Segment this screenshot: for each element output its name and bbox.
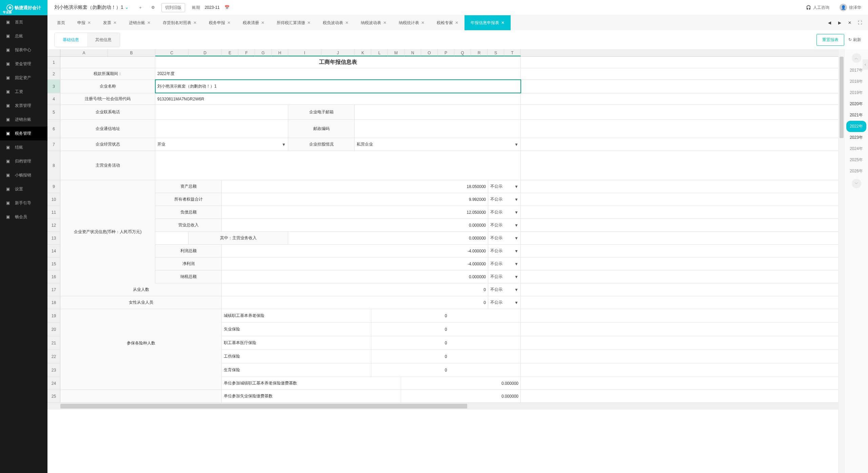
nav-item-7[interactable]: ▣进销台账 [0, 113, 47, 127]
select-holding[interactable]: 私营企业▼ [355, 138, 521, 151]
row-header-4[interactable]: 4 [47, 93, 60, 105]
value-ins-21[interactable]: 0 [371, 336, 521, 349]
col-header-S[interactable]: S [488, 49, 504, 56]
value-fin-12[interactable]: 0.000000 [222, 219, 488, 231]
value-ins-20[interactable]: 0 [371, 323, 521, 336]
period-value[interactable]: 2023-11 [205, 5, 220, 10]
value-tax-period[interactable]: 2022年度 [155, 68, 521, 79]
value-ins-23[interactable]: 0 [371, 363, 521, 377]
value-ins-19[interactable]: 0 [371, 309, 521, 322]
input-email[interactable] [355, 105, 521, 119]
col-header-J[interactable]: J [321, 49, 355, 56]
subtab-other[interactable]: 其他信息 [87, 33, 120, 47]
subtab-basic[interactable]: 基础信息 [55, 33, 87, 47]
calendar-icon[interactable]: 📅 [224, 5, 230, 10]
col-header-I[interactable]: I [288, 49, 321, 56]
tab-9[interactable]: 纳税波动表✕ [355, 15, 393, 30]
tab-3[interactable]: 进销台账✕ [123, 15, 157, 30]
refresh-button[interactable]: ↻ 刷新 [848, 37, 861, 43]
year-item[interactable]: 2018年 [846, 76, 866, 87]
year-item[interactable]: 2024年 [846, 143, 866, 154]
col-header-F[interactable]: F [238, 49, 255, 56]
row-header-19[interactable]: 19 [47, 309, 60, 322]
select-all-corner[interactable] [47, 49, 60, 56]
col-header-A[interactable]: A [60, 49, 108, 56]
reset-report-button[interactable]: 重置报表 [816, 34, 844, 46]
col-header-E[interactable]: E [222, 49, 238, 56]
select-visibility-12[interactable]: 不公示▼ [488, 219, 521, 231]
nav-item-5[interactable]: ▣工资 [0, 85, 47, 99]
col-header-P[interactable]: P [438, 49, 454, 56]
select-visibility-9[interactable]: 不公示▼ [488, 180, 521, 193]
col-header-H[interactable]: H [272, 49, 288, 56]
col-header-T[interactable]: T [504, 49, 521, 56]
nav-item-11[interactable]: ▣小畅报销 [0, 168, 47, 182]
input-company-name[interactable]: 刘小艳演示账套（勿删勿动！）1 [155, 80, 521, 93]
tab-6[interactable]: 税表清册✕ [237, 15, 271, 30]
row-header-9[interactable]: 9 [47, 180, 60, 193]
tab-close-icon[interactable]: ✕ [455, 20, 458, 25]
row-header-22[interactable]: 22 [47, 350, 60, 363]
row-header-2[interactable]: 2 [47, 68, 60, 79]
row-header-5[interactable]: 5 [47, 105, 60, 119]
row-header-20[interactable]: 20 [47, 323, 60, 336]
value-fin-15[interactable]: -4.000000 [222, 258, 488, 270]
nav-item-8[interactable]: ▣税务管理 [0, 127, 47, 140]
row-header-8[interactable]: 8 [47, 151, 60, 180]
tab-5[interactable]: 税务申报✕ [203, 15, 237, 30]
select-visibility-17[interactable]: 不公示▼ [488, 283, 521, 296]
tab-close-icon[interactable]: ✕ [307, 20, 311, 25]
tab-close-icon[interactable]: ✕ [147, 20, 151, 25]
value-fin-9[interactable]: 18.050000 [222, 180, 488, 193]
col-header-O[interactable]: O [421, 49, 438, 56]
value-fin-14[interactable]: -4.000000 [222, 245, 488, 257]
nav-item-6[interactable]: ▣发票管理 [0, 99, 47, 113]
value-base-unemploy[interactable]: 0.000000 [401, 390, 521, 402]
tab-12[interactable]: 年报信息申报表✕ [465, 15, 511, 30]
row-header-3[interactable]: 3 [47, 80, 60, 93]
nav-item-13[interactable]: ▣新手引导 [0, 196, 47, 210]
spreadsheet[interactable]: ABCDEFGHIJKLMNOPQRST 1工商年报信息表2税款所属期间：202… [47, 49, 838, 473]
select-visibility-13[interactable]: 不公示▼ [488, 232, 521, 244]
settings-gear-button[interactable]: ⚙ [149, 3, 158, 12]
select-visibility-18[interactable]: 不公示▼ [488, 296, 521, 309]
row-header-24[interactable]: 24 [47, 377, 60, 390]
input-phone[interactable] [155, 105, 288, 119]
row-header-15[interactable]: 15 [47, 258, 60, 270]
select-visibility-16[interactable]: 不公示▼ [488, 270, 521, 283]
col-header-B[interactable]: B [108, 49, 155, 56]
row-header-11[interactable]: 11 [47, 206, 60, 219]
row-header-17[interactable]: 17 [47, 283, 60, 296]
input-main-business[interactable] [155, 151, 521, 180]
value-employees[interactable]: 0 [222, 283, 488, 296]
tab-close-icon[interactable]: ✕ [193, 20, 197, 25]
row-header-12[interactable]: 12 [47, 219, 60, 231]
year-item[interactable]: 2022年 [846, 121, 866, 132]
nav-item-2[interactable]: ▣报表中心 [0, 43, 47, 57]
col-header-G[interactable]: G [255, 49, 272, 56]
nav-item-14[interactable]: ▣畅会员 [0, 210, 47, 224]
year-item[interactable]: 2021年 [846, 110, 866, 121]
value-fin-13[interactable]: 0.000000 [288, 232, 488, 244]
col-header-M[interactable]: M [388, 49, 405, 56]
account-selector[interactable]: 刘小艳演示账套（勿删勿动！）1 ⌄ [54, 4, 132, 11]
select-visibility-15[interactable]: 不公示▼ [488, 258, 521, 270]
select-status[interactable]: 开业▼ [155, 138, 288, 151]
select-visibility-11[interactable]: 不公示▼ [488, 206, 521, 219]
row-header-13[interactable]: 13 [47, 232, 60, 244]
row-header-18[interactable]: 18 [47, 296, 60, 309]
year-item[interactable]: 2019年 [846, 87, 866, 98]
tab-1[interactable]: 申报✕ [71, 15, 97, 30]
tabs-next-button[interactable]: ▶ [835, 18, 844, 27]
vertical-scrollbar[interactable] [838, 49, 844, 473]
switch-old-version-button[interactable]: 切到旧版 [161, 3, 185, 12]
value-ins-22[interactable]: 0 [371, 350, 521, 363]
value-credit-code[interactable]: 91320811MA7NGR2W6R [155, 93, 521, 105]
tab-close-icon[interactable]: ✕ [501, 20, 505, 25]
tab-close-icon[interactable]: ✕ [227, 20, 231, 25]
horizontal-scrollbar[interactable] [47, 403, 838, 410]
tab-4[interactable]: 存货别名对照表✕ [157, 15, 203, 30]
support-button[interactable]: 🎧 人工咨询 [806, 5, 829, 11]
nav-item-12[interactable]: ▣设置 [0, 182, 47, 196]
year-down-button[interactable]: ﹀ [852, 179, 861, 188]
